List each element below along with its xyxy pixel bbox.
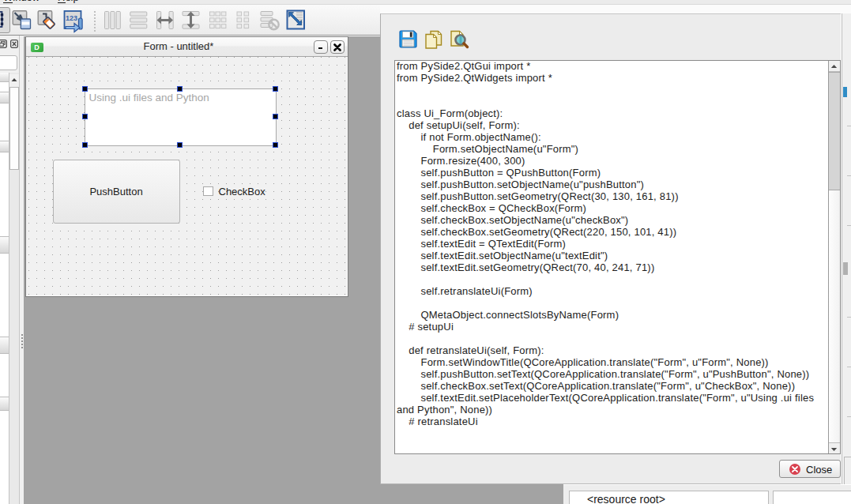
svg-text:123: 123: [66, 14, 77, 22]
